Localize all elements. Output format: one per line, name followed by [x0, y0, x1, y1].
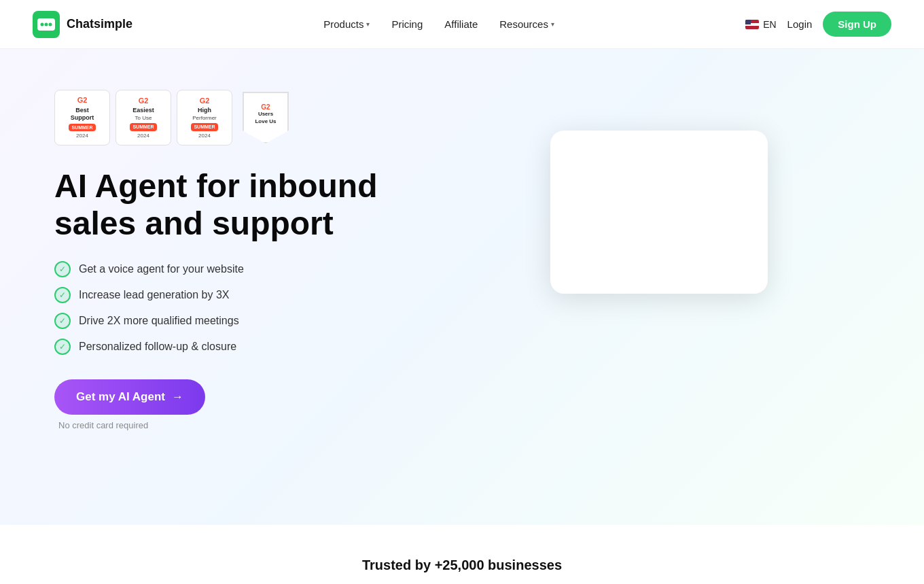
feature-item: ✓ Increase lead generation by 3X	[54, 287, 421, 303]
hero-title: AI Agent for inbound sales and support	[54, 167, 421, 242]
language-selector[interactable]: EN	[745, 19, 776, 30]
svg-point-4	[49, 22, 52, 26]
navbar: Chatsimple Products ▾ Pricing Affiliate …	[0, 0, 924, 49]
badge-easiest-to-use: G2 Easiest To Use SUMMER 2024	[116, 90, 171, 145]
nav-resources[interactable]: Resources ▾	[499, 18, 554, 30]
trusted-section: Trusted by +25,000 businesses Kooneo VSP…	[0, 525, 924, 584]
feature-list: ✓ Get a voice agent for your website ✓ I…	[54, 261, 421, 355]
badge-high-performer: G2 High Performer SUMMER 2024	[177, 90, 232, 145]
badge-users-love-us: G2 UsersLove Us	[238, 90, 294, 145]
svg-point-2	[41, 22, 44, 26]
logo-icon	[33, 11, 60, 38]
brand-logo[interactable]: Chatsimple	[33, 11, 132, 38]
feature-item: ✓ Drive 2X more qualified meetings	[54, 313, 421, 329]
chat-widget-preview	[550, 131, 768, 294]
nav-products[interactable]: Products ▾	[323, 18, 370, 30]
hero-left: G2 Best Support SUMMER 2024 G2 Easiest T…	[54, 90, 421, 430]
flag-icon	[745, 20, 759, 29]
nav-pricing[interactable]: Pricing	[391, 18, 423, 30]
check-icon: ✓	[54, 313, 71, 329]
check-icon: ✓	[54, 287, 71, 303]
hero-right	[448, 90, 870, 294]
brand-name: Chatsimple	[67, 17, 132, 31]
svg-point-3	[45, 22, 48, 26]
chevron-down-icon: ▾	[551, 20, 554, 28]
hero-section: G2 Best Support SUMMER 2024 G2 Easiest T…	[0, 49, 924, 525]
get-ai-agent-button[interactable]: Get my AI Agent →	[54, 379, 205, 415]
signup-button[interactable]: Sign Up	[823, 12, 891, 37]
login-button[interactable]: Login	[787, 18, 813, 30]
no-credit-card-label: No credit card required	[54, 420, 421, 430]
nav-affiliate[interactable]: Affiliate	[444, 18, 478, 30]
badge-best-support: G2 Best Support SUMMER 2024	[54, 90, 110, 145]
badges-row: G2 Best Support SUMMER 2024 G2 Easiest T…	[54, 90, 421, 145]
nav-actions: EN Login Sign Up	[745, 12, 891, 37]
check-icon: ✓	[54, 339, 71, 355]
arrow-icon: →	[172, 390, 183, 404]
feature-item: ✓ Personalized follow-up & closure	[54, 339, 421, 355]
trusted-title: Trusted by +25,000 businesses	[54, 557, 870, 573]
check-icon: ✓	[54, 261, 71, 277]
nav-links: Products ▾ Pricing Affiliate Resources ▾	[323, 18, 554, 30]
feature-item: ✓ Get a voice agent for your website	[54, 261, 421, 277]
chevron-down-icon: ▾	[366, 20, 370, 28]
cta-wrap: Get my AI Agent → No credit card require…	[54, 379, 421, 430]
